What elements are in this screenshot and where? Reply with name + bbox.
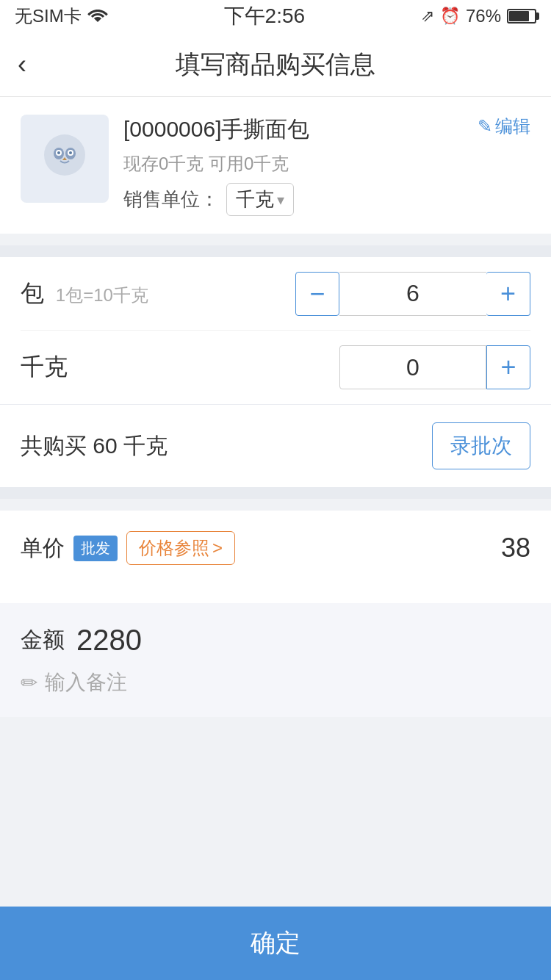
package-sublabel: 1包=10千克 [56, 285, 148, 305]
product-name-row: [0000006]手撕面包 ✎ 编辑 [123, 115, 530, 145]
battery-fill [509, 11, 529, 21]
unit-dropdown-icon: ▾ [277, 191, 284, 209]
price-ref-label: 价格参照 [139, 536, 209, 560]
battery-percent: 76% [466, 6, 501, 26]
unit-select[interactable]: 千克 ▾ [226, 183, 294, 216]
product-thumb-icon [43, 133, 87, 185]
product-unit-row: 销售单位： 千克 ▾ [123, 183, 530, 216]
section-divider-1 [0, 245, 551, 257]
location-icon: ⇗ [421, 7, 434, 26]
remark-row[interactable]: ✏ 输入备注 [21, 669, 530, 696]
kg-stepper: + [339, 345, 530, 389]
status-bar-left: 无SIM卡 [15, 4, 108, 28]
package-increment-button[interactable]: + [486, 272, 530, 316]
product-stock: 现存0千克 可用0千克 [123, 152, 530, 176]
unit-label: 销售单位： [123, 187, 219, 212]
edit-button[interactable]: ✎ 编辑 [478, 115, 530, 138]
input-section: 包 1包=10千克 − + 千克 + [0, 257, 551, 404]
price-label: 单价 [21, 533, 65, 563]
carrier-label: 无SIM卡 [15, 4, 82, 28]
battery-icon [507, 9, 536, 24]
time-label: 下午2:56 [224, 2, 306, 30]
product-info: [0000006]手撕面包 ✎ 编辑 现存0千克 可用0千克 销售单位： 千克 … [123, 115, 530, 216]
edit-label: 编辑 [495, 115, 530, 138]
kg-increment-button[interactable]: + [486, 345, 530, 389]
price-section: 单价 批发 价格参照 > 38 [0, 511, 551, 603]
package-label: 包 [21, 280, 44, 306]
kg-label: 千克 [21, 351, 68, 383]
price-tag-batch: 批发 [73, 536, 118, 561]
edit-icon: ✎ [478, 116, 492, 137]
amount-label: 金额 [21, 625, 65, 655]
price-label-group: 单价 批发 价格参照 > [21, 531, 235, 565]
nav-bar: ‹ 填写商品购买信息 [0, 32, 551, 97]
price-value: 38 [501, 533, 530, 563]
product-name: [0000006]手撕面包 [123, 115, 478, 145]
alarm-icon: ⏰ [440, 7, 460, 26]
wifi-icon [87, 6, 108, 26]
status-bar: 无SIM卡 下午2:56 ⇗ ⏰ 76% [0, 0, 551, 32]
summary-text: 共购买 60 千克 [21, 431, 168, 461]
package-stepper: − + [295, 272, 530, 316]
status-bar-right: ⇗ ⏰ 76% [421, 6, 536, 26]
remark-input[interactable]: 输入备注 [45, 669, 127, 696]
unit-value: 千克 [236, 187, 274, 212]
summary-row: 共购买 60 千克 录批次 [0, 404, 551, 487]
page-title: 填写商品购买信息 [176, 48, 375, 82]
amount-row: 金额 2280 [21, 624, 530, 657]
empty-space [0, 717, 551, 937]
batch-button[interactable]: 录批次 [432, 422, 530, 469]
price-row: 单价 批发 价格参照 > 38 [21, 531, 530, 565]
back-button[interactable]: ‹ [18, 49, 26, 80]
section-divider-2 [0, 487, 551, 499]
svg-point-0 [44, 134, 85, 176]
package-label-group: 包 1包=10千克 [21, 278, 148, 310]
package-input-row: 包 1包=10千克 − + [21, 257, 530, 331]
product-card: [0000006]手撕面包 ✎ 编辑 现存0千克 可用0千克 销售单位： 千克 … [0, 97, 551, 234]
kg-input[interactable] [339, 345, 486, 389]
svg-point-6 [69, 151, 72, 154]
page: 无SIM卡 下午2:56 ⇗ ⏰ 76% ‹ 填写商品购买信息 [0, 0, 551, 980]
kg-input-row: 千克 + [21, 331, 530, 404]
svg-point-5 [57, 151, 60, 154]
amount-section: 金额 2280 ✏ 输入备注 [0, 603, 551, 717]
amount-value: 2280 [76, 624, 142, 657]
price-ref-button[interactable]: 价格参照 > [126, 531, 235, 565]
package-input[interactable] [339, 272, 486, 316]
product-thumbnail [21, 115, 109, 203]
confirm-button[interactable]: 确定 [0, 907, 551, 980]
remark-icon: ✏ [21, 671, 37, 695]
price-ref-arrow: > [212, 538, 223, 558]
package-decrement-button[interactable]: − [295, 272, 339, 316]
